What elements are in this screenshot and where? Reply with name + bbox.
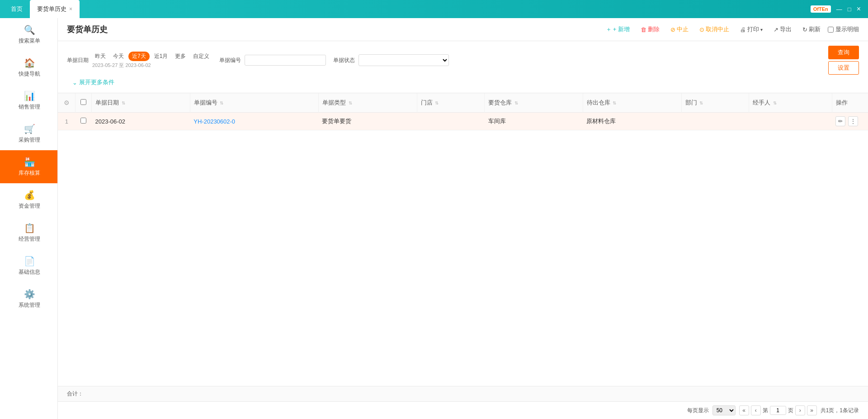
cancel-stop-label: 取消中止 — [706, 25, 729, 33]
column-settings-icon[interactable]: ⚙ — [61, 98, 71, 108]
search-area: 单据日期 昨天 今天 近7天 近1月 更多 自定义 2023-05-27 至 2… — [58, 41, 868, 93]
delete-button[interactable]: 🗑 删除 — [637, 24, 663, 35]
sidebar-item-basic[interactable]: 📄 基础信息 — [0, 249, 57, 282]
col-dept: 部门 ⇅ — [681, 93, 749, 113]
order-no-link[interactable]: YH-20230602-0 — [193, 118, 235, 125]
col-ops-label: 操作 — [836, 99, 848, 106]
col-handler: 经手人 ⇅ — [749, 93, 832, 113]
stop-icon: ⊘ — [670, 26, 675, 33]
purchase-icon: 🛒 — [24, 124, 35, 134]
row-checkbox[interactable] — [80, 118, 86, 124]
page-goto-label: 第 — [763, 407, 768, 414]
page-first-btn[interactable]: « — [739, 405, 749, 415]
system-icon: ⚙️ — [24, 289, 35, 300]
status-select[interactable] — [359, 54, 449, 66]
sidebar-item-sales-label: 销售管理 — [19, 103, 40, 111]
shortcut-more[interactable]: 更多 — [172, 52, 189, 61]
print-icon: 🖨 — [740, 26, 746, 33]
row-edit-btn[interactable]: ✏ — [835, 116, 845, 126]
expand-chevron-icon: ⌄ — [72, 79, 77, 86]
operation-icon: 📋 — [24, 223, 35, 233]
tab-history[interactable]: 要货单历史 × — [30, 0, 80, 18]
add-button[interactable]: ＋ + 新增 — [602, 24, 633, 35]
col-store: 门店 ⇅ — [417, 93, 484, 113]
page-prev-btn[interactable]: ‹ — [751, 405, 761, 415]
display-detail-checkbox[interactable] — [828, 27, 834, 33]
finance-icon: 💰 — [24, 190, 35, 200]
tab-home-label: 首页 — [11, 5, 23, 13]
col-dept-sort-icon[interactable]: ⇅ — [699, 100, 703, 105]
sidebar-item-finance[interactable]: 💰 资金管理 — [0, 183, 57, 216]
cancel-stop-button[interactable]: ⊙ 取消中止 — [696, 24, 733, 35]
sidebar-item-system-label: 系统管理 — [19, 301, 40, 309]
sidebar: 🔍 搜索菜单 🏠 快捷导航 📊 销售管理 🛒 采购管理 🏪 库存核算 💰 资金管… — [0, 18, 58, 419]
cell-date: 2023-06-02 — [92, 113, 190, 130]
window-close-btn[interactable]: × — [857, 5, 861, 13]
shortcut-custom[interactable]: 自定义 — [190, 52, 212, 61]
cell-checkbox — [75, 113, 92, 130]
pagination-bar: 每页显示 10 20 50 100 « ‹ 第 1 页 › » 共1页，1条记录 — [58, 401, 868, 419]
page-size-select[interactable]: 10 20 50 100 — [712, 405, 736, 415]
col-checkbox — [75, 93, 92, 113]
cancel-icon: ⊙ — [699, 26, 704, 33]
col-handler-sort-icon[interactable]: ⇅ — [773, 100, 777, 105]
tab-close-icon[interactable]: × — [69, 6, 72, 12]
sidebar-item-operation[interactable]: 📋 经营管理 — [0, 216, 57, 249]
page-goto-suffix: 页 — [788, 407, 793, 414]
shortcut-1month[interactable]: 近1月 — [151, 52, 171, 61]
cell-req-warehouse: 车间库 — [485, 113, 583, 130]
stop-button[interactable]: ⊘ 中止 — [667, 24, 692, 35]
sidebar-item-sales[interactable]: 📊 销售管理 — [0, 84, 57, 117]
col-type-sort-icon[interactable]: ⇅ — [349, 100, 352, 105]
refresh-button[interactable]: ↻ 刷新 — [799, 24, 824, 35]
select-all-checkbox[interactable] — [80, 99, 86, 105]
order-no-field: 单据编号 — [219, 55, 326, 66]
col-req-warehouse-label: 要货仓库 — [488, 99, 512, 106]
sidebar-item-basic-label: 基础信息 — [19, 268, 40, 276]
sidebar-item-search[interactable]: 🔍 搜索菜单 — [0, 18, 57, 51]
toolbar: ＋ + 新增 🗑 删除 ⊘ 中止 ⊙ 取消中止 🖨 打印 — [602, 24, 859, 35]
date-label: 单据日期 — [67, 57, 89, 64]
page-last-btn[interactable]: » — [807, 405, 817, 415]
export-label: 导出 — [780, 25, 792, 33]
cell-store — [417, 113, 484, 130]
shortcut-yesterday[interactable]: 昨天 — [92, 52, 108, 61]
top-bar: 首页 要货单历史 × OfTEn — □ × — [0, 0, 868, 18]
col-pending-warehouse-sort-icon[interactable]: ⇅ — [613, 100, 616, 105]
search-row: 单据日期 昨天 今天 近7天 近1月 更多 自定义 2023-05-27 至 2… — [67, 46, 859, 75]
window-minimize-btn[interactable]: — — [836, 6, 842, 13]
col-store-sort-icon[interactable]: ⇅ — [435, 100, 439, 105]
export-button[interactable]: ↗ 导出 — [770, 24, 795, 35]
sidebar-item-quick-nav[interactable]: 🏠 快捷导航 — [0, 51, 57, 84]
sidebar-item-system[interactable]: ⚙️ 系统管理 — [0, 282, 57, 315]
expand-conditions-btn[interactable]: ⌄ 展开更多条件 — [67, 76, 859, 88]
page-next-btn[interactable]: › — [795, 405, 805, 415]
cell-order-no: YH-20230602-0 — [190, 113, 318, 130]
delete-label: 删除 — [648, 25, 660, 33]
display-detail-toggle[interactable]: 显示明细 — [828, 25, 859, 33]
window-maximize-btn[interactable]: □ — [848, 6, 851, 13]
table-row: 1 2023-06-02 YH-20230602-0 要货单要货 车间库 原材料… — [58, 113, 868, 130]
col-ops: 操作 — [832, 93, 868, 113]
col-req-warehouse-sort-icon[interactable]: ⇅ — [514, 100, 518, 105]
date-shortcut-group: 昨天 今天 近7天 近1月 更多 自定义 — [92, 52, 212, 61]
cell-pending-warehouse: 原材料仓库 — [583, 113, 681, 130]
order-no-input[interactable] — [245, 55, 326, 66]
print-label: 打印 — [747, 25, 759, 33]
sidebar-item-purchase[interactable]: 🛒 采购管理 — [0, 117, 57, 150]
col-date-sort-icon[interactable]: ⇅ — [122, 100, 125, 105]
print-button[interactable]: 🖨 打印 ▾ — [736, 24, 766, 35]
tab-home[interactable]: 首页 — [4, 0, 30, 18]
col-pending-warehouse: 待出仓库 ⇅ — [583, 93, 681, 113]
shortcut-today[interactable]: 今天 — [110, 52, 127, 61]
row-more-btn[interactable]: ⋮ — [848, 116, 858, 126]
col-no-sort-icon[interactable]: ⇅ — [220, 100, 223, 105]
cell-handler — [749, 113, 832, 130]
query-button[interactable]: 查询 — [828, 46, 859, 59]
settings-button[interactable]: 设置 — [828, 61, 859, 75]
sidebar-item-inventory[interactable]: 🏪 库存核算 — [0, 150, 57, 183]
page-number-input[interactable]: 1 — [770, 406, 786, 415]
inventory-icon: 🏪 — [24, 157, 35, 167]
shortcut-7days[interactable]: 近7天 — [128, 52, 150, 61]
add-icon: ＋ — [606, 25, 612, 33]
